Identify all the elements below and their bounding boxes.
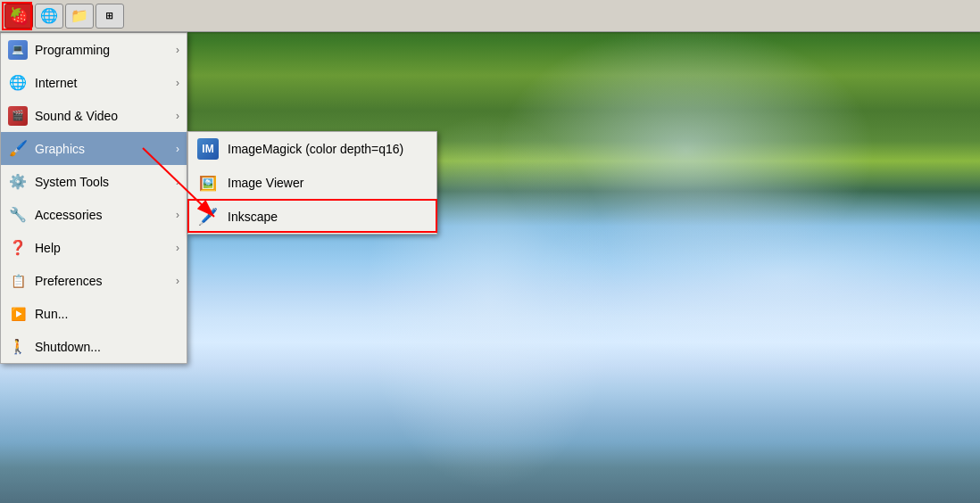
submenu-item-inkscape[interactable]: 🖊️ Inkscape xyxy=(188,200,436,234)
raspberry-icon: 🍓 xyxy=(9,6,29,26)
menu-item-accessories[interactable]: 🔧 Accessories › xyxy=(1,198,187,231)
help-arrow-icon: › xyxy=(176,242,179,254)
shutdown-label: Shutdown... xyxy=(35,340,179,354)
help-icon: ❓ xyxy=(8,238,28,258)
terminal-button[interactable]: ⊞ xyxy=(96,4,124,29)
folder-icon: 📁 xyxy=(71,7,88,24)
sound-video-icon: 🎬 xyxy=(8,106,28,126)
programming-arrow-icon: › xyxy=(176,44,179,56)
system-tools-label: System Tools xyxy=(35,175,176,189)
taskbar: 🍓 🌐 📁 ⊞ xyxy=(0,0,980,32)
menu-item-run[interactable]: ▶️ Run... xyxy=(1,297,187,330)
graphics-icon: 🖌️ xyxy=(8,139,28,159)
menu-item-internet[interactable]: 🌐 Internet › xyxy=(1,66,187,99)
internet-arrow-icon: › xyxy=(176,77,179,89)
globe-icon: 🌐 xyxy=(40,7,58,24)
menu-item-system-tools[interactable]: ⚙️ System Tools › xyxy=(1,165,187,198)
menu-item-preferences[interactable]: 📋 Preferences › xyxy=(1,264,187,297)
graphics-label: Graphics xyxy=(35,142,176,156)
menu-item-graphics[interactable]: 🖌️ Graphics › xyxy=(1,132,187,165)
preferences-label: Preferences xyxy=(35,274,176,288)
sound-video-arrow-icon: › xyxy=(176,110,179,122)
graphics-arrow-icon: › xyxy=(176,143,179,155)
run-label: Run... xyxy=(35,307,179,321)
system-tools-icon: ⚙️ xyxy=(8,172,28,192)
image-viewer-label: Image Viewer xyxy=(228,176,303,190)
graphics-submenu: IM ImageMagick (color depth=q16) 🖼️ Imag… xyxy=(187,131,437,235)
menu-item-sound-video[interactable]: 🎬 Sound & Video › xyxy=(1,99,187,132)
menu-item-help[interactable]: ❓ Help › xyxy=(1,231,187,264)
shutdown-icon: 🚶 xyxy=(8,337,28,357)
menu-item-shutdown[interactable]: 🚶 Shutdown... xyxy=(1,330,187,363)
folder-button[interactable]: 📁 xyxy=(65,4,94,29)
accessories-label: Accessories xyxy=(35,208,176,222)
programming-icon: 💻 xyxy=(8,40,28,60)
preferences-icon: 📋 xyxy=(8,271,28,291)
imagemagick-icon: IM xyxy=(197,138,219,160)
raspberry-menu-button[interactable]: 🍓 xyxy=(4,4,33,29)
help-label: Help xyxy=(35,241,176,255)
preferences-arrow-icon: › xyxy=(176,275,179,287)
image-viewer-icon: 🖼️ xyxy=(197,172,219,194)
menu-item-programming[interactable]: 💻 Programming › xyxy=(1,33,187,66)
main-menu: 💻 Programming › 🌐 Internet › 🎬 Sound & V… xyxy=(0,32,187,364)
run-icon: ▶️ xyxy=(8,304,28,324)
terminal-icon: ⊞ xyxy=(106,9,113,22)
imagemagick-label: ImageMagick (color depth=q16) xyxy=(228,142,403,156)
internet-icon: 🌐 xyxy=(8,73,28,93)
system-tools-arrow-icon: › xyxy=(176,176,179,188)
programming-label: Programming xyxy=(35,43,176,57)
accessories-arrow-icon: › xyxy=(176,209,179,221)
submenu-item-image-viewer[interactable]: 🖼️ Image Viewer xyxy=(188,166,436,200)
sound-video-label: Sound & Video xyxy=(35,109,176,123)
accessories-icon: 🔧 xyxy=(8,205,28,225)
submenu-item-imagemagick[interactable]: IM ImageMagick (color depth=q16) xyxy=(188,132,436,166)
globe-button[interactable]: 🌐 xyxy=(35,4,63,29)
internet-label: Internet xyxy=(35,76,176,90)
inkscape-icon: 🖊️ xyxy=(197,206,219,227)
inkscape-label: Inkscape xyxy=(228,210,278,224)
